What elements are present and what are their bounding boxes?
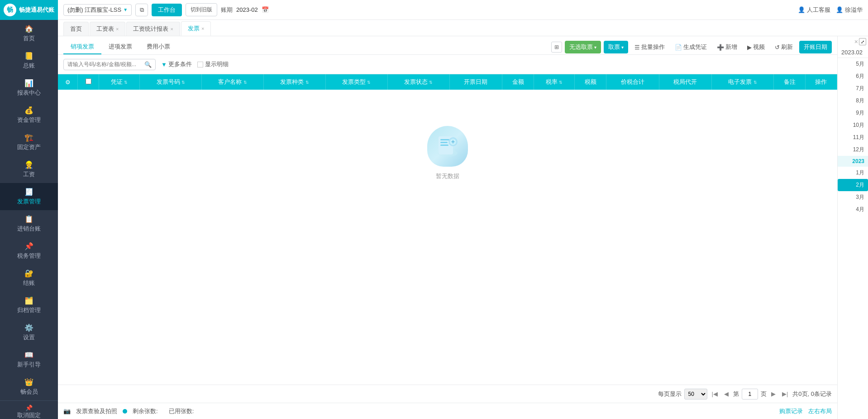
show-detail-checkbox[interactable] [197,62,203,67]
new-icon: ➕ [717,44,724,51]
tab-salary-table[interactable]: 工资表 × [90,22,125,36]
period-panel-close-area: × ⤢ [838,36,868,47]
tab-invoice-label: 发票 [188,24,200,33]
search-input[interactable] [67,61,144,67]
col-checkbox[interactable] [78,74,99,90]
batch-op-label: 批量操作 [641,43,665,51]
period-item-3[interactable]: 3月 [838,191,868,203]
tab-salary-stats-close[interactable]: × [170,26,173,32]
period-item-8[interactable]: 8月 [838,95,868,107]
col-open-date[interactable]: 开票日期 [449,74,502,90]
video-icon: ▶ [747,44,752,51]
period-item-6[interactable]: 6月 [838,70,868,82]
ticket-button[interactable]: 取票 ▾ [604,41,628,53]
period-panel-close-btn[interactable]: × [854,38,858,45]
sidebar-item-fund[interactable]: 💰 资金管理 [0,101,58,129]
batch-op-button[interactable]: ☰ 批量操作 [631,41,668,53]
tab-invoice-close[interactable]: × [201,26,204,31]
col-settings[interactable]: ⚙ [58,74,78,90]
col-invoice-category[interactable]: 发票类型 ⇅ [325,74,387,90]
tab-salary-stats-label: 工资统计报表 [133,25,168,33]
period-panel-expand-btn[interactable]: ⤢ [859,38,866,45]
sidebar-item-member[interactable]: 👑 畅会员 [0,373,58,400]
col-customer[interactable]: 客户名称 ⇅ [202,74,264,90]
period-item-5[interactable]: 5月 [838,58,868,70]
filter-button[interactable]: ▼ 更多条件 [158,58,195,70]
first-page-btn[interactable]: |◀ [710,390,720,398]
next-page-btn[interactable]: ▶ [769,390,777,398]
col-action[interactable]: 操作 [805,74,837,90]
period-calendar-icon[interactable]: 📅 [262,6,269,13]
sidebar-item-report[interactable]: 📊 报表中心 [0,74,58,101]
period-item-4[interactable]: 4月 [838,203,868,216]
period-item-9[interactable]: 9月 [838,107,868,119]
logo-icon: 畅 [4,4,16,16]
gen-voucher-button[interactable]: 📄 生成凭证 [671,41,711,53]
per-page-select[interactable]: 20 50 100 [684,389,707,400]
tab-salary-stats[interactable]: 工资统计报表 × [126,22,180,36]
sidebar-item-home[interactable]: 🏠 首页 [0,20,58,47]
sidebar-item-archive[interactable]: 🗂️ 归档管理 [0,292,58,319]
period-item-1[interactable]: 1月 [838,167,868,179]
sidebar: 畅 畅捷通易代账 🏠 首页 📒 总账 📊 报表中心 💰 资金管理 🏗️ 固定资产… [0,0,58,419]
sub-tab-sales-invoice[interactable]: 销项发票 [63,40,101,54]
col-e-invoice[interactable]: 电子发票 ⇅ [712,74,774,90]
col-remark[interactable]: 备注 [774,74,806,90]
col-tax-total[interactable]: 价税合计 [606,74,659,90]
select-all-checkbox[interactable] [86,78,91,84]
user-menu[interactable]: 👤 徐溢华 [836,6,863,14]
period-item-11[interactable]: 11月 [838,131,868,144]
customer-service-btn[interactable]: 👤 人工客服 [798,6,830,14]
tab-home[interactable]: 首页 [63,22,89,36]
col-tax-rate[interactable]: 税率 ⇅ [534,74,575,90]
period-panel: × ⤢ 2023.02 5月 6月 7月 8月 9月 10月 11月 12月 2… [837,36,868,419]
svg-rect-3 [440,142,448,143]
tab-invoice[interactable]: 发票 × [181,21,211,36]
workbench-button[interactable]: 工作台 [152,4,182,16]
sidebar-item-ledger[interactable]: 📒 总账 [0,47,58,74]
page-number-input[interactable] [742,389,758,400]
sidebar-bottom-pin[interactable]: 📌 取消固定 [0,400,58,419]
sub-tab-fee-receipt[interactable]: 费用小票 [139,40,177,54]
period-item-10[interactable]: 10月 [838,119,868,131]
no-ticket-button[interactable]: 无选取票 ▾ [565,41,601,53]
video-button[interactable]: ▶ 视频 [744,41,768,53]
sidebar-item-close[interactable]: 🔐 结账 [0,265,58,292]
search-box[interactable]: 🔍 [63,59,156,70]
company-selector[interactable]: (勿删) 江西服宝-LSS ▼ [63,4,132,16]
search-icon[interactable]: 🔍 [144,61,152,68]
col-tax-amount[interactable]: 税额 [575,74,606,90]
refresh-button[interactable]: ↺ 刷新 [771,41,796,53]
col-tax-code[interactable]: 税局代开 [659,74,712,90]
new-button[interactable]: ➕ 新增 [713,41,741,53]
layout-link[interactable]: 左右布局 [808,407,832,415]
sidebar-item-tax[interactable]: 📌 税务管理 [0,237,58,265]
period-item-7[interactable]: 7月 [838,82,868,95]
col-invoice-no[interactable]: 发票号码 ⇅ [140,74,202,90]
sidebar-item-asset[interactable]: 🏗️ 固定资产 [0,129,58,156]
col-invoice-type[interactable]: 发票种类 ⇅ [264,74,326,90]
show-detail-toggle[interactable]: 显示明细 [197,60,229,68]
sidebar-item-guide[interactable]: 📖 新手引导 [0,346,58,373]
sidebar-item-sales[interactable]: 📋 进销台账 [0,210,58,237]
col-invoice-status[interactable]: 发票状态 ⇅ [387,74,449,90]
sidebar-logo[interactable]: 畅 畅捷通易代账 [0,0,58,20]
salary-icon: 👷 [24,160,33,169]
open-period-button[interactable]: 开账日期 [799,41,832,53]
sidebar-item-invoice[interactable]: 🧾 发票管理 [0,183,58,210]
switch-version-button[interactable]: 切到旧版 [186,3,217,16]
tab-salary-table-close[interactable]: × [116,26,119,32]
copy-button[interactable]: ⧉ [135,4,148,16]
add-record-link[interactable]: 购票记录 [779,407,803,415]
period-item-2[interactable]: 2月 [838,179,868,191]
sidebar-item-salary[interactable]: 👷 工资 [0,156,58,183]
period-item-12[interactable]: 12月 [838,144,868,156]
col-amount[interactable]: 金额 [502,74,534,90]
ledger-icon: 📒 [24,52,33,60]
grid-view-icon[interactable]: ⊞ [551,42,562,53]
col-voucher[interactable]: 凭证 ⇅ [99,74,140,90]
prev-page-btn[interactable]: ◀ [722,390,730,398]
last-page-btn[interactable]: ▶| [780,390,790,398]
sub-tab-purchase-invoice[interactable]: 进项发票 [101,40,139,54]
sidebar-item-settings[interactable]: ⚙️ 设置 [0,319,58,346]
